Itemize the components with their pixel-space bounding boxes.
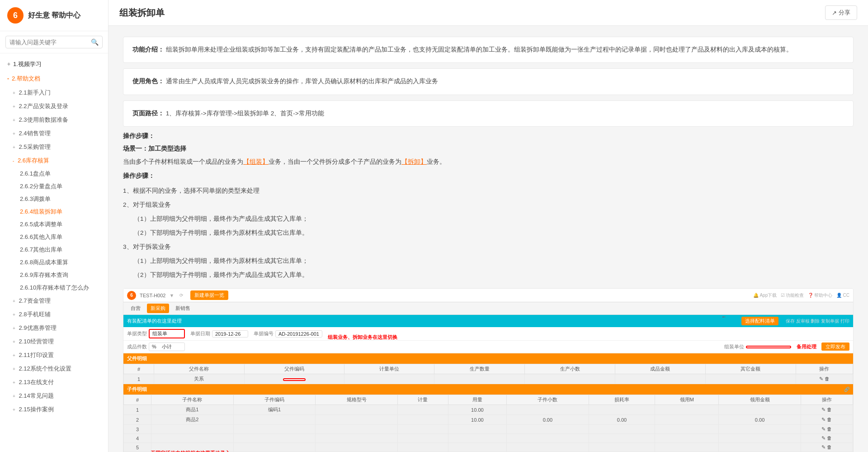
- share-button[interactable]: ↗ 分享: [825, 5, 857, 20]
- sim-field-row2: 成品件数 % 小计 组装单位 备用处理 立即发布: [123, 341, 853, 353]
- table-row: 3✎ 🗑: [124, 425, 853, 434]
- sidebar-item-g2-6[interactable]: - 2.6库存核算: [13, 154, 108, 167]
- sim-docno-input[interactable]: AD-20191226-001: [275, 330, 322, 338]
- sim-remark-area: 备用处理 立即发布: [797, 343, 849, 350]
- sim-nav-xinxiaoshou[interactable]: 新销售: [172, 304, 194, 313]
- sim-refresh-icon: ⟳: [179, 293, 183, 298]
- sim-field-date: 单据日期 2019-12-26: [190, 330, 248, 338]
- sim-org-label: 组装单位: [724, 343, 744, 350]
- sidebar-item-g2-2[interactable]: + 2.2产品安装及登录: [13, 100, 108, 113]
- sim-date-input[interactable]: 2019-12-26: [212, 330, 248, 338]
- sim-nav-ziying[interactable]: 自营: [127, 304, 144, 313]
- sim-teal-bar: 有装配清单的在这里处理 选择配料清单 保存 反审核 删除 复制单据 打印: [123, 315, 853, 327]
- sim-field-org: 组装单位: [724, 343, 791, 350]
- sim-td-qdec: [525, 374, 615, 384]
- sidebar-item-g2-6-8[interactable]: 2.6.8商品成本重算: [20, 256, 108, 269]
- sidebar-item-g2-7[interactable]: + 2.7资金管理: [13, 294, 108, 308]
- sim-bth-code: 子件编码: [233, 395, 316, 405]
- sim-org-input[interactable]: [746, 346, 791, 348]
- sim-subparts-label: 子件明细: [127, 386, 147, 393]
- sidebar-item-g2-13[interactable]: + 2.13在线支付: [13, 376, 108, 389]
- sim-type-input[interactable]: 组装单: [149, 329, 185, 338]
- sim-logo: 6: [127, 291, 136, 300]
- sim-td-pcode: [244, 374, 344, 384]
- sidebar-item-g2-6-9[interactable]: 2.6.9库存账本查询: [20, 269, 108, 281]
- scenario1-title: 场景一：加工类型选择: [123, 145, 854, 153]
- nav-group-1: + 1.视频学习: [0, 57, 108, 71]
- sim-bth-op: 操作: [801, 395, 853, 405]
- sim-icons-right: 🔔 App下载 ☑ 功能检查 ❓ 帮助中心 👤 CC: [753, 292, 849, 299]
- content-area: 功能介绍： 组装拆卸单用来处理企业组装或拆卸等加工业务，支持有固定装配清单的产品…: [108, 26, 868, 452]
- func-intro-text: 组装拆卸单用来处理企业组装或拆卸等加工业务，支持有固定装配清单的产品加工业务，也…: [166, 46, 793, 53]
- sidebar-item-g2-4[interactable]: + 2.4销售管理: [13, 127, 108, 140]
- sim-bth-qdec: 子件小数: [506, 395, 589, 405]
- search-input[interactable]: [9, 39, 91, 46]
- ops-steps-title: 操作步骤：: [123, 172, 854, 180]
- sim-bottom-section-header: 子件明细 🔗: [123, 384, 853, 395]
- highlight-assembly[interactable]: 【组装】: [243, 158, 269, 165]
- role-text: 通常由生产人员或库管人员完成拆装业务的操作，库管人员确认原材料的出库和产成品的入…: [166, 78, 438, 85]
- sidebar-item-g2-3[interactable]: + 2.3使用前数据准备: [13, 113, 108, 127]
- app-title: 好生意 帮助中心: [28, 11, 80, 20]
- sim-doc-fields: 单据类型 组装单 单据日期 2019-12-26 单据编号 AD-2019122…: [123, 327, 853, 341]
- sim-td-unit: [344, 374, 434, 384]
- sidebar-item-g2-11[interactable]: + 2.11打印设置: [13, 348, 108, 362]
- sim-th-amount: 成品金额: [615, 364, 705, 374]
- sidebar-item-g2-12[interactable]: + 2.12系统个性化设置: [13, 362, 108, 376]
- sim-nav: 自营 新采购 新销售: [123, 302, 853, 315]
- sim-select-bom-btn[interactable]: 选择配料清单: [741, 317, 778, 325]
- sim-bth-loss: 损耗率: [589, 395, 655, 405]
- sim-annotation-label: 组装业务、拆卸业务在这里切换: [328, 334, 397, 341]
- sim-new-order-btn[interactable]: 新建单据一览: [190, 290, 228, 300]
- sidebar-item-g2-10[interactable]: + 2.10经营管理: [13, 335, 108, 348]
- sidebar-item-g2-14[interactable]: + 2.14常见问题: [13, 389, 108, 403]
- sidebar-item-g2-6-2[interactable]: 2.6.2分量盘点单: [20, 180, 108, 193]
- sim-count-label: 成品件数: [127, 343, 147, 350]
- share-icon: ↗: [832, 10, 837, 16]
- sim-bth-name: 子件名称: [151, 395, 233, 405]
- path-block: 页面路径： 1、库存核算->库存管理->组装拆卸单 2、首页->常用功能: [123, 100, 854, 127]
- logo-area: 6 好生意 帮助中心: [0, 0, 108, 31]
- sim-field-type: 单据类型 组装单: [127, 329, 185, 338]
- sidebar-item-g1[interactable]: + 1.视频学习: [0, 57, 108, 71]
- sidebar-item-g2[interactable]: - 2.帮助文档: [0, 71, 108, 86]
- search-box[interactable]: 🔍: [5, 36, 103, 48]
- sidebar-item-g2-1[interactable]: + 2.1新手入门: [13, 86, 108, 100]
- sim-docno-label: 单据编号: [254, 330, 274, 337]
- sidebar-item-g2-6-5[interactable]: 2.6.5成本调整单: [20, 218, 108, 231]
- sidebar-item-g2-8[interactable]: + 2.8手机旺辅: [13, 308, 108, 321]
- sim-th-pcode: 父件编码: [244, 364, 344, 374]
- sim-nav-xincaigou[interactable]: 新采购: [147, 304, 169, 313]
- sidebar-item-g2-6-3[interactable]: 2.6.3调拨单: [20, 193, 108, 205]
- step-2-1: （1）上部明细为父件明细，最终作为产成品生成其它入库单；: [123, 213, 854, 225]
- sidebar-item-g2-6-7[interactable]: 2.6.7其他出库单: [20, 243, 108, 256]
- nav-tree: + 1.视频学习 - 2.帮助文档 + 2.1新手入门 + 2.2产品安装及登录: [0, 53, 108, 452]
- sim-date-label: 单据日期: [190, 330, 210, 337]
- sim-confirm-btn[interactable]: 立即发布: [821, 343, 849, 351]
- step-2-2: （2）下部明细为子件明细，最终作为原材料生成其它出库单。: [123, 227, 854, 239]
- highlight-disassembly[interactable]: 【拆卸】: [401, 158, 427, 165]
- sidebar-item-g2-9[interactable]: + 2.9优惠券管理: [13, 321, 108, 335]
- screenshot-container: 6 TEST-H002 ▼ ⟳ 新建单据一览 🔔 App下载 ☑ 功能检查 ❓ …: [123, 288, 854, 452]
- sidebar-item-g2-6-6[interactable]: 2.6.6其他入库单: [20, 231, 108, 243]
- sim-bth-use: 领用M: [655, 395, 719, 405]
- teal-bar-wrapper: 有装配清单的在这里处理 选择配料清单 保存 反审核 删除 复制单据 打印 ←: [123, 315, 853, 327]
- sim-count-input[interactable]: % 小计: [149, 343, 185, 351]
- search-area: 🔍: [0, 31, 108, 53]
- sim-td-amount: [615, 374, 705, 384]
- step-1: 1、根据不同的业务，选择不同单据的类型来处理: [123, 185, 854, 197]
- sidebar-item-g2-15[interactable]: + 2.15操作案例: [13, 403, 108, 416]
- sim-th-pname: 父件名称: [154, 364, 245, 374]
- sidebar-item-g2-6-10[interactable]: 2.6.10库存账本错了怎么办: [20, 281, 108, 294]
- sidebar-item-g2-5[interactable]: + 2.5采购管理: [13, 140, 108, 154]
- nav-group-2: - 2.帮助文档 + 2.1新手入门 + 2.2产品安装及登录 + 2.3使用前…: [0, 71, 108, 416]
- sim-more-btns: 保存 反审核 删除 复制单据 打印: [786, 318, 849, 324]
- sidebar-item-g2-6-4[interactable]: 2.6.4组装拆卸单: [20, 205, 108, 218]
- sidebar-sub-g2: + 2.1新手入门 + 2.2产品安装及登录 + 2.3使用前数据准备 + 2.…: [0, 86, 108, 416]
- sidebar-item-g2-6-1[interactable]: 2.6.1盘点单: [20, 167, 108, 180]
- search-icon[interactable]: 🔍: [91, 38, 99, 46]
- table-row: 5✎ 🗑: [124, 443, 853, 452]
- sim-top-bar: 6 TEST-H002 ▼ ⟳ 新建单据一览 🔔 App下载 ☑ 功能检查 ❓ …: [123, 289, 853, 302]
- sidebar: 6 好生意 帮助中心 🔍 + 1.视频学习 - 2.帮助文档 + 2: [0, 0, 108, 452]
- sim-td-pname: 关系: [154, 374, 245, 384]
